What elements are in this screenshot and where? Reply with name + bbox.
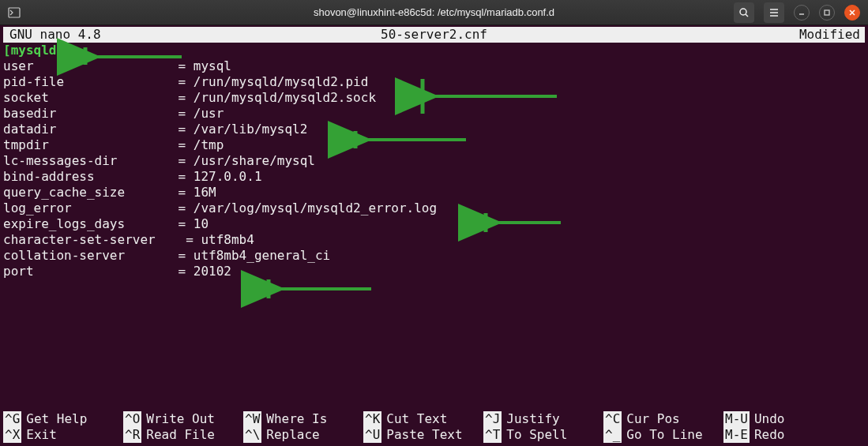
config-line: tmpdir = /tmp	[3, 137, 865, 153]
config-line: lc-messages-dir = /usr/share/mysql	[3, 153, 865, 169]
shortcut-item: M-ERedo	[723, 427, 844, 443]
shortcut-label: Cut Text	[386, 411, 447, 427]
shortcut-key: ^G	[3, 411, 21, 427]
shortcut-key: M-U	[723, 411, 750, 427]
config-line: basedir = /usr	[3, 106, 865, 122]
shortcut-label: Cur Pos	[626, 411, 679, 427]
shortcut-item: ^CCur Pos	[603, 411, 723, 427]
shortcut-key: ^T	[483, 427, 502, 443]
config-line: query_cache_size = 16M	[3, 185, 865, 201]
shortcut-item: ^UPaste Text	[363, 427, 483, 443]
shortcut-item: ^JJustify	[483, 411, 603, 427]
config-line: datadir = /var/lib/mysql2	[3, 122, 865, 137]
config-line: pid-file = /run/mysqld/mysqld2.pid	[3, 74, 865, 90]
shortcut-label: Read File	[146, 427, 215, 443]
maximize-button[interactable]	[819, 5, 835, 21]
shortcut-key: ^X	[3, 427, 21, 443]
nano-version: GNU nano 4.8	[3, 27, 101, 43]
nano-statusbar: GNU nano 4.8 50-server2.cnf Modified	[3, 27, 865, 43]
shortcut-item: M-UUndo	[723, 411, 844, 427]
shortcut-label: To Spell	[506, 427, 567, 443]
shortcut-label: Paste Text	[386, 427, 462, 443]
shortcut-key: M-E	[723, 427, 750, 443]
shortcut-label: Where Is	[266, 411, 327, 427]
config-line: bind-address = 127.0.0.1	[3, 169, 865, 185]
window-title: shovon@linuxhint-e86c5d: /etc/mysql/mari…	[314, 6, 554, 18]
menu-button[interactable]	[764, 2, 784, 23]
shortcut-item: ^GGet Help	[3, 411, 123, 427]
shortcut-key: ^C	[603, 411, 622, 427]
shortcut-label: Replace	[266, 427, 319, 443]
window-titlebar: shovon@linuxhint-e86c5d: /etc/mysql/mari…	[0, 0, 868, 25]
config-line: user = mysql	[3, 58, 865, 74]
shortcut-label: Justify	[506, 411, 559, 427]
config-line: character-set-server = utf8mb4	[3, 232, 865, 248]
shortcut-label: Go To Line	[626, 427, 702, 443]
shortcut-item: ^OWrite Out	[123, 411, 243, 427]
close-button[interactable]	[844, 5, 860, 21]
terminal-icon	[3, 2, 25, 24]
nano-shortcuts: ^GGet Help^OWrite Out^WWhere Is^KCut Tex…	[3, 411, 865, 443]
shortcut-label: Redo	[754, 427, 785, 443]
nano-status: Modified	[799, 27, 865, 43]
shortcut-key: ^W	[243, 411, 261, 427]
config-section-header: [mysqld2]	[3, 43, 865, 58]
config-line: collation-server = utf8mb4_general_ci	[3, 248, 865, 264]
svg-line-2	[746, 14, 748, 17]
shortcut-key: ^R	[123, 427, 141, 443]
shortcut-key: ^K	[363, 411, 381, 427]
nano-filename: 50-server2.cnf	[381, 27, 487, 43]
search-button[interactable]	[734, 2, 754, 23]
shortcut-key: ^_	[603, 427, 622, 443]
svg-rect-0	[9, 8, 20, 17]
shortcut-item: ^TTo Spell	[483, 427, 603, 443]
config-line: port = 20102	[3, 264, 865, 279]
shortcut-item: ^KCut Text	[363, 411, 483, 427]
shortcut-label: Exit	[26, 427, 57, 443]
terminal-area[interactable]: GNU nano 4.8 50-server2.cnf Modified [my…	[0, 25, 868, 446]
shortcut-key: ^U	[363, 427, 381, 443]
config-line: expire_logs_days = 10	[3, 216, 865, 232]
svg-point-1	[740, 9, 746, 15]
shortcut-label: Write Out	[146, 411, 215, 427]
minimize-button[interactable]	[794, 5, 810, 21]
svg-rect-7	[825, 10, 829, 15]
shortcut-item: ^RRead File	[123, 427, 243, 443]
editor-content[interactable]: [mysqld2]user = mysqlpid-file = /run/mys…	[3, 43, 865, 279]
shortcut-label: Get Help	[26, 411, 87, 427]
shortcut-label: Undo	[754, 411, 785, 427]
config-line: log_error = /var/log/mysql/mysqld2_error…	[3, 201, 865, 216]
shortcut-key: ^O	[123, 411, 141, 427]
shortcut-item: ^_Go To Line	[603, 427, 723, 443]
shortcut-item: ^XExit	[3, 427, 123, 443]
config-line: socket = /run/mysqld/mysqld2.sock	[3, 90, 865, 106]
shortcut-item: ^\Replace	[243, 427, 363, 443]
shortcut-key: ^\	[243, 427, 261, 443]
shortcut-item: ^WWhere Is	[243, 411, 363, 427]
shortcut-key: ^J	[483, 411, 502, 427]
